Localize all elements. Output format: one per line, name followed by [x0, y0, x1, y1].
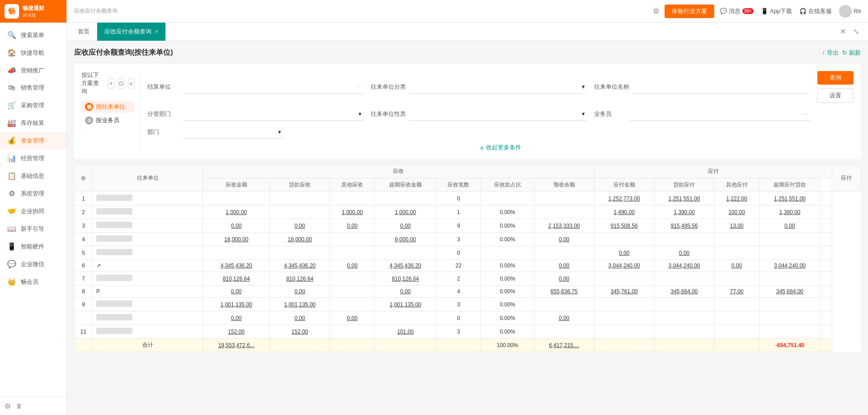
sidebar-item-system[interactable]: ⚙ 系统管理 [0, 185, 66, 202]
filter-sidebar: 按以下方案查询 + ⊙ « 畅 按往来单位 ⊙ [81, 71, 140, 152]
col-prepay-balance: 预收余额 [534, 178, 594, 192]
table-row: 101,252,773.001,251,551.001,222.001,251,… [75, 192, 861, 205]
basic-icon: 📋 [7, 172, 16, 180]
sidebar-item-vip[interactable]: 👑 畅会员 [0, 273, 66, 291]
filter-partner-nature: 往来单位性质 ▾ [371, 107, 587, 121]
total-recv-overdue [375, 339, 436, 352]
online-service-button[interactable]: 🎧 在线客服 [799, 7, 832, 15]
inventory-icon: 🏭 [7, 119, 16, 127]
table-row: 500.000.00 [75, 246, 861, 260]
gear-icon[interactable]: ⚙ [653, 7, 659, 15]
partner-name-input[interactable] [633, 80, 810, 94]
maximize-window-button[interactable]: ⤡ [851, 25, 861, 38]
settlement-unit-input[interactable]: ··· [183, 80, 363, 94]
close-window-button[interactable]: ✕ [838, 25, 848, 38]
salesperson-input[interactable]: ··· [629, 107, 810, 121]
schema-collapse-button[interactable]: « [128, 78, 134, 89]
sidebar-item-finance[interactable]: 💰 资金管理 [0, 132, 66, 149]
export-button[interactable]: ↑ 导出 [822, 49, 839, 57]
add-schema-button[interactable]: + [108, 78, 114, 89]
schema-by-partner[interactable]: 畅 按往来单位 [81, 101, 134, 113]
sidebar-item-search[interactable]: 🔍 搜索菜单 [0, 26, 66, 44]
table-row: 30.000.000.000.0090.00%2,153,333.00915,5… [75, 219, 861, 233]
main-content: 首页 应收应付余额查询 × ✕ ⤡ 应收应付余额查询(按往来单位) ↑ 导出 [67, 23, 868, 415]
sidebar-menu: 🔍 搜索菜单 🏠 快捷导航 📣 营销推广 🛍 销售管理 🛒 采购管理 🏭 库存核… [0, 23, 66, 397]
guide-icon: 📖 [7, 224, 16, 233]
settings-bottom-icon[interactable]: ⚙ [5, 402, 11, 410]
purchase-icon: 🛒 [7, 101, 16, 110]
sidebar-item-nav[interactable]: 🏠 快捷导航 [0, 44, 66, 62]
partner-cell [93, 272, 203, 286]
partner-cell [93, 246, 203, 260]
col-recv-other: 其他应收 [330, 178, 375, 192]
finance-icon: 💰 [7, 136, 16, 145]
dept-manage-select[interactable]: ▾ [183, 107, 363, 121]
dept-select[interactable]: ▾ [183, 125, 283, 139]
message-badge: 99+ [742, 8, 754, 14]
col-pay-overdue: 超期应付贷款 [759, 178, 821, 192]
table-scroll[interactable]: ⚙ 往来单位 应收 应付 应付 应收金额 贷款应收 其他应收 超期应收金额 [74, 164, 861, 352]
tab-close-icon[interactable]: × [155, 29, 158, 35]
wechat-icon: 💬 [7, 260, 16, 268]
sidebar-item-collab[interactable]: 🤝 企业协同 [0, 202, 66, 220]
marketing-icon: 📣 [7, 66, 16, 75]
avatar [839, 5, 852, 18]
tab-home[interactable]: 首页 [71, 23, 97, 41]
tab-active[interactable]: 应收应付余额查询 × [97, 23, 165, 41]
settlement-dots-icon: ··· [356, 83, 362, 91]
sidebar-bottom: ⚙ ⏸ [0, 397, 66, 415]
sidebar-item-marketing[interactable]: 📣 营销推广 [0, 62, 66, 79]
sidebar-item-basic[interactable]: 📋 基础信息 [0, 167, 66, 185]
sidebar-item-inventory[interactable]: 🏭 库存核算 [0, 114, 66, 132]
sidebar-logo: 畅 畅捷通财 标准版 [0, 0, 66, 23]
partner-cell [93, 311, 203, 325]
query-button[interactable]: 查询 [817, 71, 854, 85]
schema-by-salesperson[interactable]: ⊙ 按业务员 [81, 114, 134, 126]
total-pay-amount [594, 339, 654, 352]
partner-cell [93, 325, 203, 339]
sidebar-item-hardware[interactable]: 📱 智能硬件 [0, 238, 66, 255]
sidebar-item-purchase[interactable]: 🛒 采购管理 [0, 96, 66, 114]
refresh-button[interactable]: ↻ 刷新 [842, 49, 861, 57]
total-recv-loan [270, 339, 330, 352]
collapse-button[interactable]: ∧ 收起更多条件 [147, 143, 854, 152]
total-recv-amount[interactable]: 19,553,472,6... [203, 339, 270, 352]
page-title-row: 应收应付余额查询(按往来单位) ↑ 导出 ↻ 刷新 [74, 48, 861, 57]
user-avatar-button[interactable]: Rit [839, 5, 861, 18]
page-inner: 应收应付余额查询(按往来单位) ↑ 导出 ↻ 刷新 [67, 41, 868, 359]
partner-cell [93, 219, 203, 233]
filter-partner-name: 往来单位名称 [594, 80, 810, 94]
col-recv-loan: 贷款应收 [270, 178, 330, 192]
message-button[interactable]: 💬 消息 99+ [720, 7, 754, 15]
filter-dept: 部门 ▾ [147, 125, 283, 139]
settings-button[interactable]: 设置 [817, 88, 854, 103]
schema-partner-icon: 畅 [85, 103, 93, 111]
trial-button[interactable]: 体验行业方案 [665, 5, 714, 18]
filter-partner-category: 往来单位分类 ▾ [371, 80, 587, 94]
sidebar-item-wechat[interactable]: 💬 企业微信 [0, 255, 66, 273]
app-download-button[interactable]: 📱 App下载 [761, 7, 792, 15]
col-pay-remain: 应付 [832, 165, 861, 192]
col-settings[interactable]: ⚙ [75, 165, 93, 192]
schema-settings-button[interactable]: ⊙ [118, 78, 124, 89]
table-row: 0.000.000.0000.00%0.00 [75, 311, 861, 325]
chevron-down-icon: ▾ [582, 83, 585, 90]
sales-icon: 🛍 [7, 84, 16, 92]
total-pay-other [714, 339, 759, 352]
col-recv-overdue: 超期应收金额 [375, 178, 436, 192]
total-prepay-balance[interactable]: 6,417,215.... [534, 339, 594, 352]
total-partner: 合计 [93, 339, 203, 352]
partner-category-select[interactable]: ▾ [410, 80, 587, 94]
filter-dept-manage: 分管部门 ▾ [147, 107, 363, 121]
sidebar-item-sales[interactable]: 🛍 销售管理 [0, 79, 66, 96]
filter-toolbar: 按以下方案查询 + ⊙ « [81, 71, 134, 95]
col-group-receivable: 应收 [203, 165, 594, 178]
total-label [75, 339, 93, 352]
sidebar-item-operation[interactable]: 📊 经营管理 [0, 149, 66, 167]
sidebar-item-guide[interactable]: 📖 新手引导 [0, 220, 66, 238]
partner-cell [93, 233, 203, 246]
filter-schema-list: 畅 按往来单位 ⊙ 按业务员 [81, 101, 134, 126]
collapse-sidebar-icon[interactable]: ⏸ [15, 402, 23, 410]
partner-nature-select[interactable]: ▾ [410, 107, 587, 121]
col-pay-other: 其他应付 [714, 178, 759, 192]
